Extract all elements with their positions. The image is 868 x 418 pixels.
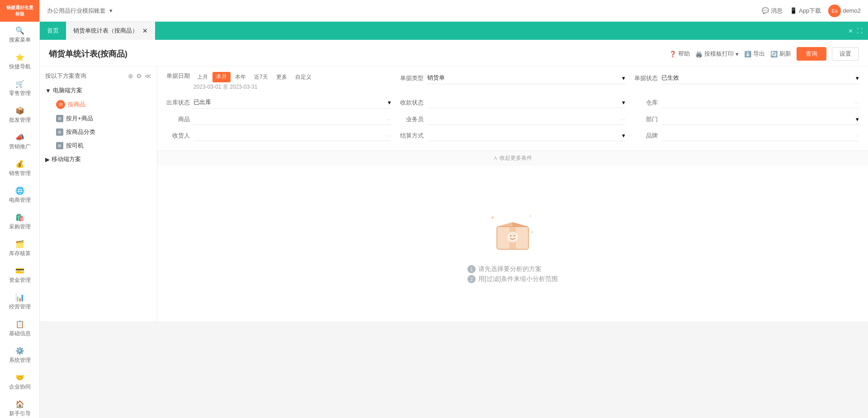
tree-item-driver-icon: ⊞ bbox=[56, 142, 63, 149]
doc-type-dropdown-icon[interactable] bbox=[622, 75, 625, 81]
export-btn[interactable]: ⬇️ 导出 bbox=[744, 50, 765, 58]
panel-collapse-icon[interactable]: ≪ bbox=[145, 72, 151, 80]
date-tab-last-month[interactable]: 上月 bbox=[193, 72, 212, 82]
tree-item-driver[interactable]: ⊞ 按司机 bbox=[40, 139, 157, 152]
out-status-dropdown-icon[interactable] bbox=[388, 99, 391, 106]
tab-expand-close-icon[interactable]: ✕ bbox=[848, 28, 853, 34]
finance-icon: 💳 bbox=[15, 266, 24, 275]
receipt-status-dropdown-icon[interactable] bbox=[622, 99, 625, 106]
sidebar-item-marketing[interactable]: 📣 营销推广 bbox=[0, 128, 39, 155]
refresh-btn[interactable]: 🔄 刷新 bbox=[770, 50, 791, 58]
refresh-icon: 🔄 bbox=[770, 51, 778, 57]
date-tab-custom[interactable]: 自定义 bbox=[292, 72, 315, 82]
tip-text-2: 用[过滤]条件来缩小分析范围 bbox=[478, 275, 558, 283]
tree-item-by-goods-label: 按商品 bbox=[68, 100, 85, 109]
receiver-label: 收货人 bbox=[166, 132, 193, 140]
settings-button[interactable]: 设置 bbox=[832, 47, 859, 61]
sidebar-item-inventory[interactable]: 🗂️ 库存核算 bbox=[0, 235, 39, 262]
print-btn[interactable]: 🖨️ 按模板打印 ▾ bbox=[695, 50, 739, 58]
date-tab-this-year[interactable]: 本年 bbox=[231, 72, 250, 82]
tab-expand-max-icon[interactable]: ⛶ bbox=[857, 28, 863, 34]
tree-item-by-goods[interactable]: 按 按商品 bbox=[40, 97, 157, 112]
operations-icon: 📊 bbox=[15, 293, 24, 302]
content-area: 销货单统计表(按商品) ❓ 帮助 🖨️ 按模板打印 ▾ ⬇️ 导出 bbox=[40, 40, 868, 418]
date-tab-more[interactable]: 更多 bbox=[273, 72, 291, 82]
sidebar-item-operations[interactable]: 📊 经营管理 bbox=[0, 289, 39, 315]
dept-dropdown-icon[interactable] bbox=[856, 116, 859, 123]
filter-panel: 单据日期 上月 本月 本年 近7天 更多 自定义 bbox=[157, 66, 868, 150]
tree-group-mobile-arrow: ▶ bbox=[45, 156, 50, 163]
doc-status-value: 已生效 bbox=[661, 74, 679, 82]
out-status-value: 已出库 bbox=[193, 98, 211, 106]
sidebar-item-purchase-label: 采购管理 bbox=[9, 223, 31, 231]
message-label: 消息 bbox=[771, 7, 783, 15]
panel-add-icon[interactable]: ⊕ bbox=[128, 72, 133, 80]
tab-statistics-label: 销货单统计表（按商品） bbox=[73, 27, 138, 35]
sidebar-item-retail-label: 零售管理 bbox=[9, 90, 31, 97]
sidebar-item-sales[interactable]: 💰 销售管理 bbox=[0, 155, 39, 182]
sidebar-item-basic-label: 基础信息 bbox=[9, 330, 31, 337]
sidebar-item-ecom[interactable]: 🌐 电商管理 bbox=[0, 182, 39, 209]
receiver-dots[interactable]: ··· bbox=[386, 132, 391, 139]
brand-label: 品牌 bbox=[634, 132, 661, 140]
date-range: 2023-03-01 至 2023-03-31 bbox=[193, 83, 391, 91]
date-tab-7days[interactable]: 近7天 bbox=[250, 72, 272, 82]
sidebar-item-wholesale[interactable]: 📦 批发管理 bbox=[0, 102, 39, 128]
sidebar-item-basic[interactable]: 📋 基础信息 bbox=[0, 315, 39, 342]
message-btn[interactable]: 💬 消息 bbox=[762, 7, 783, 15]
tab-statistics[interactable]: 销货单统计表（按商品） ✕ bbox=[66, 22, 155, 40]
settle-label: 结算方式 bbox=[400, 132, 427, 140]
logo-sub: 标版 bbox=[15, 11, 24, 17]
tab-home[interactable]: 首页 bbox=[40, 22, 66, 40]
tip-text-1: 请先选择要分析的方案 bbox=[478, 265, 542, 273]
sidebar-item-enterprise[interactable]: 🤝 企业协同 bbox=[0, 369, 39, 395]
staff-dots[interactable]: ··· bbox=[620, 116, 625, 123]
staff-label: 业务员 bbox=[400, 115, 427, 124]
sidebar-item-retail[interactable]: 🛒 零售管理 bbox=[0, 75, 39, 102]
sidebar-item-system[interactable]: ⚙️ 系统管理 bbox=[0, 342, 39, 369]
user-btn[interactable]: Ea demo2 bbox=[828, 5, 861, 17]
app-download-label: App下载 bbox=[799, 7, 821, 15]
sidebar-item-search[interactable]: 🔍 搜索菜单 bbox=[0, 22, 39, 48]
goods-label: 商品 bbox=[166, 115, 193, 124]
marketing-icon: 📣 bbox=[15, 133, 24, 142]
tree-item-driver-label: 按司机 bbox=[66, 142, 84, 150]
industry-dropdown-icon[interactable]: ▾ bbox=[109, 7, 113, 14]
collapse-btn[interactable]: ∧ 收起更多条件 bbox=[157, 150, 868, 166]
retail-icon: 🛒 bbox=[15, 80, 24, 88]
sidebar-item-system-label: 系统管理 bbox=[9, 356, 31, 364]
tree-group-mobile[interactable]: ▶ 移动端方案 bbox=[40, 152, 157, 166]
query-button[interactable]: 查询 bbox=[797, 47, 826, 61]
doc-status-dropdown-icon[interactable] bbox=[856, 75, 859, 81]
sidebar-item-finance[interactable]: 💳 资金管理 bbox=[0, 262, 39, 289]
tree-item-goods-category[interactable]: ⊞ 按商品分类 bbox=[40, 125, 157, 139]
receipt-status-label: 收款状态 bbox=[400, 99, 427, 107]
sidebar-item-purchase[interactable]: 🛍️ 采购管理 bbox=[0, 209, 39, 235]
page: 销货单统计表(按商品) ❓ 帮助 🖨️ 按模板打印 ▾ ⬇️ 导出 bbox=[40, 40, 868, 321]
print-dropdown-icon[interactable]: ▾ bbox=[736, 51, 739, 57]
date-tab-this-month[interactable]: 本月 bbox=[212, 72, 231, 82]
sidebar-item-guide[interactable]: 🏠 新手引导 bbox=[0, 395, 39, 418]
goods-dots[interactable]: ··· bbox=[386, 116, 391, 123]
sidebar-item-quicknav[interactable]: ⭐ 快捷导航 bbox=[0, 48, 39, 75]
main-area: 办公用品行业模拟账套 ▾ 💬 消息 📱 App下载 Ea demo2 首页 销货… bbox=[40, 0, 868, 418]
tabbar: 首页 销货单统计表（按商品） ✕ ✕ ⛶ bbox=[40, 22, 868, 40]
settle-dropdown-icon[interactable] bbox=[622, 132, 625, 139]
print-label: 按模板打印 bbox=[704, 50, 734, 58]
sidebar-item-enterprise-label: 企业协同 bbox=[9, 383, 31, 391]
brand-dots[interactable]: ··· bbox=[854, 132, 859, 139]
basic-icon: 📋 bbox=[15, 320, 24, 328]
tab-close-icon[interactable]: ✕ bbox=[142, 27, 148, 34]
help-btn[interactable]: ❓ 帮助 bbox=[669, 50, 690, 58]
dept-label: 部门 bbox=[634, 115, 661, 124]
panel-settings-icon[interactable]: ⚙ bbox=[136, 72, 142, 80]
tree-item-month-goods[interactable]: ⊞ 按月+商品 bbox=[40, 112, 157, 125]
sidebar-item-search-label: 搜索菜单 bbox=[9, 36, 31, 44]
warehouse-dots[interactable]: ··· bbox=[854, 99, 859, 106]
sidebar-item-wholesale-label: 批发管理 bbox=[9, 116, 31, 124]
app-download-btn[interactable]: 📱 App下载 bbox=[790, 7, 821, 15]
tree-group-pc[interactable]: ▼ 电脑端方案 bbox=[40, 84, 157, 97]
svg-text:✦: ✦ bbox=[528, 214, 532, 218]
panel-title: 按以下方案查询 bbox=[45, 72, 86, 80]
sidebar-item-ecom-label: 电商管理 bbox=[9, 196, 31, 204]
